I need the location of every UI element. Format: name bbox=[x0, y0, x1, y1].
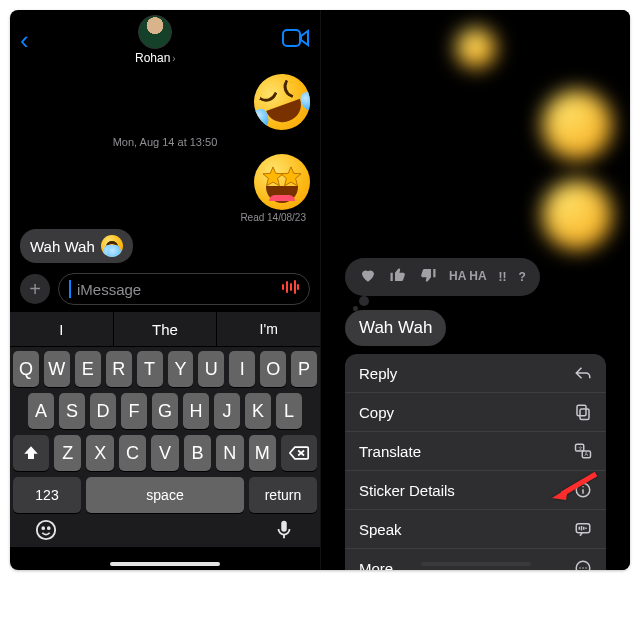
menu-reply[interactable]: Reply bbox=[345, 354, 606, 393]
key-q[interactable]: Q bbox=[13, 351, 39, 387]
svg-point-28 bbox=[579, 567, 581, 569]
key-e[interactable]: E bbox=[75, 351, 101, 387]
return-key[interactable]: return bbox=[249, 477, 317, 513]
back-chevron-icon[interactable]: ‹ bbox=[20, 25, 29, 56]
key-r[interactable]: R bbox=[106, 351, 132, 387]
message-placeholder: iMessage bbox=[77, 281, 141, 298]
apps-plus-button[interactable]: + bbox=[20, 274, 50, 304]
numbers-key[interactable]: 123 bbox=[13, 477, 81, 513]
svg-point-9 bbox=[42, 527, 44, 529]
thumbs-up-reaction-icon[interactable] bbox=[389, 266, 407, 288]
chat-header: ‹ Rohan › bbox=[10, 10, 320, 70]
selected-message-bubble: Wah Wah bbox=[345, 310, 446, 346]
sent-sticker-rofl[interactable] bbox=[254, 74, 310, 130]
contact-name: Rohan bbox=[135, 51, 170, 65]
emoji-keyboard-icon[interactable] bbox=[35, 519, 57, 545]
incoming-bubble[interactable]: Wah Wah bbox=[20, 229, 133, 263]
key-f[interactable]: F bbox=[121, 393, 147, 429]
key-y[interactable]: Y bbox=[168, 351, 194, 387]
key-x[interactable]: X bbox=[86, 435, 113, 471]
menu-translate[interactable]: Translate 文A bbox=[345, 432, 606, 471]
annotation-arrow-icon bbox=[552, 470, 598, 504]
key-b[interactable]: B bbox=[184, 435, 211, 471]
key-v[interactable]: V bbox=[151, 435, 178, 471]
speak-icon bbox=[574, 520, 592, 538]
sent-sticker-starstruck[interactable] bbox=[254, 154, 310, 210]
key-h[interactable]: H bbox=[183, 393, 209, 429]
menu-copy[interactable]: Copy bbox=[345, 393, 606, 432]
svg-text:A: A bbox=[585, 451, 589, 457]
thumbs-down-reaction-icon[interactable] bbox=[419, 266, 437, 288]
predictive-bar: I The I'm bbox=[10, 311, 320, 347]
translate-icon: 文A bbox=[574, 442, 592, 460]
menu-more[interactable]: More... bbox=[345, 549, 606, 570]
copy-icon bbox=[574, 403, 592, 421]
key-i[interactable]: I bbox=[229, 351, 255, 387]
key-u[interactable]: U bbox=[198, 351, 224, 387]
chevron-right-icon: › bbox=[172, 53, 175, 64]
key-a[interactable]: A bbox=[28, 393, 54, 429]
predict-2[interactable]: The bbox=[114, 312, 218, 346]
key-l[interactable]: L bbox=[276, 393, 302, 429]
tapback-reactions-bar: HA HA !! ? bbox=[345, 258, 540, 296]
svg-rect-0 bbox=[283, 30, 300, 46]
svg-marker-32 bbox=[552, 488, 568, 500]
svg-point-10 bbox=[48, 527, 50, 529]
joy-emoji-icon bbox=[101, 235, 123, 257]
keyboard: Q W E R T Y U I O P A S D F G H J K L bbox=[10, 347, 320, 547]
dictation-mic-icon[interactable] bbox=[273, 519, 295, 545]
facetime-video-icon[interactable] bbox=[282, 28, 310, 52]
svg-rect-11 bbox=[281, 521, 287, 532]
key-g[interactable]: G bbox=[152, 393, 178, 429]
read-receipt: Read 14/08/23 bbox=[20, 212, 306, 223]
keyboard-row-2: A S D F G H J K L bbox=[13, 393, 317, 429]
selected-message-text: Wah Wah bbox=[359, 318, 432, 337]
contact-block[interactable]: Rohan › bbox=[135, 15, 176, 65]
predict-3[interactable]: I'm bbox=[217, 312, 320, 346]
svg-text:文: 文 bbox=[578, 445, 583, 451]
key-z[interactable]: Z bbox=[54, 435, 81, 471]
svg-point-29 bbox=[582, 567, 584, 569]
question-reaction-icon[interactable]: ? bbox=[519, 270, 526, 284]
heart-reaction-icon[interactable] bbox=[359, 266, 377, 288]
avatar bbox=[138, 15, 172, 49]
input-row: + iMessage bbox=[20, 273, 310, 305]
key-k[interactable]: K bbox=[245, 393, 271, 429]
home-indicator[interactable] bbox=[421, 562, 531, 566]
home-indicator[interactable] bbox=[110, 562, 220, 566]
timestamp: Mon, Aug 14 at 13:50 bbox=[20, 136, 310, 148]
key-n[interactable]: N bbox=[216, 435, 243, 471]
shift-key[interactable] bbox=[13, 435, 49, 471]
svg-point-8 bbox=[37, 521, 55, 539]
key-w[interactable]: W bbox=[44, 351, 70, 387]
menu-speak[interactable]: Speak bbox=[345, 510, 606, 549]
svg-point-30 bbox=[585, 567, 587, 569]
text-caret bbox=[69, 280, 71, 298]
key-c[interactable]: C bbox=[119, 435, 146, 471]
keyboard-row-1: Q W E R T Y U I O P bbox=[13, 351, 317, 387]
right-screenshot: HA HA !! ? Wah Wah Reply Copy Translate … bbox=[320, 10, 630, 570]
chat-scroll[interactable]: Mon, Aug 14 at 13:50 Read 14/08/23 Wah W… bbox=[10, 70, 320, 265]
space-key[interactable]: space bbox=[86, 477, 244, 513]
keyboard-row-4: 123 space return bbox=[13, 477, 317, 513]
context-menu: Reply Copy Translate 文A Sticker Details … bbox=[345, 354, 606, 570]
haha-reaction-icon[interactable]: HA HA bbox=[449, 272, 487, 282]
audio-wave-icon[interactable] bbox=[281, 280, 299, 298]
key-d[interactable]: D bbox=[90, 393, 116, 429]
reply-icon bbox=[574, 364, 592, 382]
key-j[interactable]: J bbox=[214, 393, 240, 429]
left-screenshot: ‹ Rohan › bbox=[10, 10, 320, 570]
backspace-key[interactable] bbox=[281, 435, 317, 471]
key-s[interactable]: S bbox=[59, 393, 85, 429]
more-icon bbox=[574, 559, 592, 570]
predict-1[interactable]: I bbox=[10, 312, 114, 346]
svg-rect-13 bbox=[580, 409, 589, 420]
message-field[interactable]: iMessage bbox=[58, 273, 310, 305]
key-t[interactable]: T bbox=[137, 351, 163, 387]
keyboard-row-3: Z X C V B N M bbox=[13, 435, 317, 471]
exclaim-reaction-icon[interactable]: !! bbox=[499, 270, 507, 284]
svg-rect-14 bbox=[577, 405, 586, 416]
key-p[interactable]: P bbox=[291, 351, 317, 387]
key-o[interactable]: O bbox=[260, 351, 286, 387]
key-m[interactable]: M bbox=[249, 435, 276, 471]
